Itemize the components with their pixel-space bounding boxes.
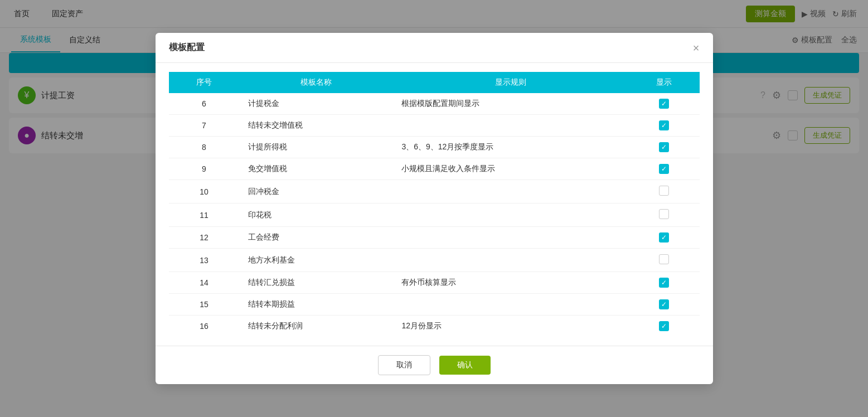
row-index: 6 <box>169 93 240 115</box>
row-rule <box>392 294 628 316</box>
table-row: 10回冲税金 <box>169 180 700 203</box>
modal-footer: 取消 确认 <box>156 346 713 384</box>
row-rule: 根据模版配置期间显示 <box>392 93 628 115</box>
modal-template-config: 模板配置 × 序号 模板名称 显示规则 显示 6计提税金根据模版配置期间显示✓7… <box>156 33 713 384</box>
row-display <box>629 180 700 203</box>
row-display <box>629 203 700 227</box>
checkbox-checked[interactable]: ✓ <box>659 99 669 109</box>
row-rule <box>392 203 628 227</box>
row-name: 结转未交增值税 <box>239 115 392 137</box>
col-header-name: 模板名称 <box>239 72 392 93</box>
col-header-index: 序号 <box>169 72 240 93</box>
table-row: 7结转未交增值税✓ <box>169 115 700 137</box>
table-row: 14结转汇兑损益有外币核算显示✓ <box>169 272 700 294</box>
checkbox-checked[interactable]: ✓ <box>659 321 669 331</box>
row-name: 工会经费 <box>239 227 392 249</box>
row-display: ✓ <box>629 115 700 137</box>
row-display: ✓ <box>629 316 700 337</box>
table-row: 11印花税 <box>169 203 700 227</box>
table-row: 15结转本期损益✓ <box>169 294 700 316</box>
table-row: 9免交增值税小规模且满足收入条件显示✓ <box>169 158 700 180</box>
checkbox-checked[interactable]: ✓ <box>659 299 669 309</box>
row-rule <box>392 115 628 137</box>
row-display: ✓ <box>629 137 700 158</box>
row-display: ✓ <box>629 272 700 294</box>
checkbox-unchecked[interactable] <box>659 254 669 264</box>
row-name: 结转未分配利润 <box>239 316 392 337</box>
row-name: 结转本期损益 <box>239 294 392 316</box>
table-row: 16结转未分配利润12月份显示✓ <box>169 316 700 337</box>
row-index: 15 <box>169 294 240 316</box>
row-index: 9 <box>169 158 240 180</box>
table-row: 12工会经费✓ <box>169 227 700 249</box>
row-display <box>629 249 700 272</box>
row-index: 11 <box>169 203 240 227</box>
row-rule <box>392 249 628 272</box>
row-display: ✓ <box>629 294 700 316</box>
checkbox-checked[interactable]: ✓ <box>659 278 669 288</box>
config-table: 序号 模板名称 显示规则 显示 6计提税金根据模版配置期间显示✓7结转未交增值税… <box>169 72 700 337</box>
cancel-button[interactable]: 取消 <box>378 355 430 375</box>
table-row: 8计提所得税3、6、9、12月按季度显示✓ <box>169 137 700 158</box>
row-rule: 3、6、9、12月按季度显示 <box>392 137 628 158</box>
row-name: 免交增值税 <box>239 158 392 180</box>
modal-header: 模板配置 × <box>156 33 713 63</box>
row-name: 地方水利基金 <box>239 249 392 272</box>
row-rule: 小规模且满足收入条件显示 <box>392 158 628 180</box>
modal-title: 模板配置 <box>169 42 205 54</box>
checkbox-checked[interactable]: ✓ <box>659 142 669 152</box>
checkbox-checked[interactable]: ✓ <box>659 120 669 130</box>
row-index: 10 <box>169 180 240 203</box>
row-name: 计提所得税 <box>239 137 392 158</box>
row-name: 回冲税金 <box>239 180 392 203</box>
row-display: ✓ <box>629 158 700 180</box>
row-index: 14 <box>169 272 240 294</box>
table-row: 6计提税金根据模版配置期间显示✓ <box>169 93 700 115</box>
col-header-rule: 显示规则 <box>392 72 628 93</box>
modal-overlay: 模板配置 × 序号 模板名称 显示规则 显示 6计提税金根据模版配置期间显示✓7… <box>0 0 868 417</box>
row-index: 12 <box>169 227 240 249</box>
confirm-button[interactable]: 确认 <box>439 356 491 375</box>
checkbox-checked[interactable]: ✓ <box>659 164 669 174</box>
checkbox-unchecked[interactable] <box>659 209 669 219</box>
table-row: 13地方水利基金 <box>169 249 700 272</box>
row-display: ✓ <box>629 93 700 115</box>
row-name: 印花税 <box>239 203 392 227</box>
row-index: 13 <box>169 249 240 272</box>
checkbox-checked[interactable]: ✓ <box>659 232 669 243</box>
checkbox-unchecked[interactable] <box>659 186 669 196</box>
row-rule <box>392 180 628 203</box>
row-rule: 有外币核算显示 <box>392 272 628 294</box>
col-header-display: 显示 <box>629 72 700 93</box>
row-index: 16 <box>169 316 240 337</box>
row-index: 8 <box>169 137 240 158</box>
row-index: 7 <box>169 115 240 137</box>
modal-body: 序号 模板名称 显示规则 显示 6计提税金根据模版配置期间显示✓7结转未交增值税… <box>156 63 713 346</box>
close-icon[interactable]: × <box>693 42 700 54</box>
row-display: ✓ <box>629 227 700 249</box>
row-rule <box>392 227 628 249</box>
row-name: 结转汇兑损益 <box>239 272 392 294</box>
row-name: 计提税金 <box>239 93 392 115</box>
row-rule: 12月份显示 <box>392 316 628 337</box>
